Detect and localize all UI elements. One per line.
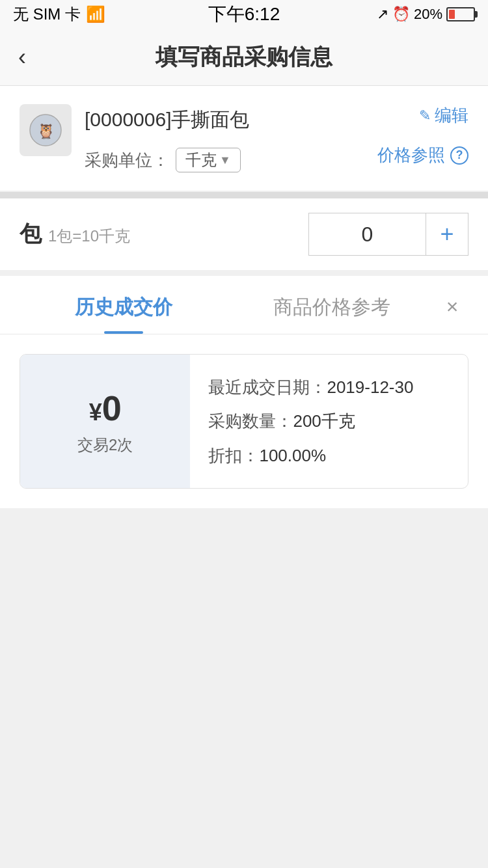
recent-date-value: 2019-12-30: [327, 377, 413, 397]
product-actions: ✎ 编辑 价格参照 ?: [377, 104, 468, 167]
section-divider: [0, 192, 488, 198]
edit-button[interactable]: ✎ 编辑: [419, 104, 468, 127]
quantity-row: 包 1包=10千克 +: [0, 198, 488, 271]
price-card-left: ¥0 交易2次: [20, 355, 190, 488]
discount-value: 100.00%: [259, 446, 326, 465]
discount-row: 折扣：100.00%: [208, 444, 450, 467]
tab-price-reference[interactable]: 商品价格参考: [228, 276, 436, 334]
quantity-controls: +: [308, 213, 468, 256]
product-text-info: [0000006]手撕面包 采购单位： 千克 ▼: [85, 104, 249, 172]
product-name: [0000006]手撕面包: [85, 107, 249, 133]
tabs-header: 历史成交价 商品价格参考 ×: [0, 276, 488, 334]
purchase-qty-label: 采购数量：: [208, 411, 293, 431]
product-card: 🦉 [0000006]手撕面包 采购单位： 千克 ▼ ✎ 编辑: [0, 86, 488, 191]
trade-count: 交易2次: [77, 435, 133, 455]
unit-value: 千克: [185, 150, 217, 170]
edit-label: 编辑: [435, 104, 468, 127]
page-title: 填写商品采购信息: [156, 42, 332, 72]
nav-bar: ‹ 填写商品采购信息: [0, 29, 488, 86]
price-ref-label: 价格参照: [377, 144, 445, 167]
tabs-panel: 历史成交价 商品价格参考 × ¥0 交易2次 最近成交日期：2019-12-30: [0, 276, 488, 508]
status-bar: 无 SIM 卡 📶 下午6:12 ↗ ⏰ 20%: [0, 0, 488, 29]
product-logo-icon: 🦉: [29, 113, 62, 147]
product-unit-row: 采购单位： 千克 ▼: [85, 148, 249, 172]
quantity-label: 包 1包=10千克: [20, 219, 130, 249]
info-circle-icon: ?: [450, 146, 468, 165]
location-icon: ↗: [377, 6, 388, 23]
dropdown-arrow-icon: ▼: [219, 154, 231, 167]
alarm-icon: ⏰: [392, 6, 410, 23]
quantity-plus-button[interactable]: +: [426, 213, 468, 256]
recent-date-label: 最近成交日期：: [208, 377, 327, 397]
quantity-unit: 包: [20, 219, 42, 249]
status-right: ↗ ⏰ 20%: [377, 6, 475, 23]
back-button[interactable]: ‹: [18, 44, 26, 71]
quantity-conversion: 1包=10千克: [48, 226, 130, 247]
status-left: 无 SIM 卡 📶: [13, 4, 105, 25]
unit-dropdown[interactable]: 千克 ▼: [176, 148, 241, 172]
currency-symbol: ¥: [89, 399, 102, 426]
purchase-qty-value: 200千克: [293, 411, 355, 431]
carrier-text: 无 SIM 卡: [13, 4, 81, 25]
recent-date-row: 最近成交日期：2019-12-30: [208, 375, 450, 399]
price-reference-button[interactable]: 价格参照 ?: [377, 144, 468, 167]
edit-icon: ✎: [419, 107, 431, 124]
battery-icon: [446, 7, 475, 21]
tabs-close-button[interactable]: ×: [436, 291, 468, 323]
battery-percent: 20%: [414, 6, 442, 23]
unit-label: 采购单位：: [85, 149, 169, 172]
purchase-qty-row: 采购数量：200千克: [208, 409, 450, 433]
svg-text:🦉: 🦉: [37, 122, 55, 140]
tab-content-history: ¥0 交易2次 最近成交日期：2019-12-30 采购数量：200千克 折扣：…: [0, 334, 488, 508]
quantity-input-wrapper: [308, 213, 426, 256]
status-time: 下午6:12: [208, 2, 280, 27]
price-card-right: 最近成交日期：2019-12-30 采购数量：200千克 折扣：100.00%: [190, 355, 468, 488]
product-info: 🦉 [0000006]手撕面包 采购单位： 千克 ▼: [20, 104, 249, 172]
quantity-input[interactable]: [309, 213, 426, 255]
price-value: 0: [102, 388, 122, 427]
main-content: 历史成交价 商品价格参考 × ¥0 交易2次 最近成交日期：2019-12-30: [0, 276, 488, 731]
discount-label: 折扣：: [208, 446, 259, 465]
product-thumbnail: 🦉: [20, 104, 72, 156]
price-card: ¥0 交易2次 最近成交日期：2019-12-30 采购数量：200千克 折扣：…: [20, 354, 468, 489]
wifi-icon: 📶: [86, 5, 105, 23]
tab-history-price[interactable]: 历史成交价: [20, 276, 228, 334]
product-top-row: 🦉 [0000006]手撕面包 采购单位： 千克 ▼ ✎ 编辑: [20, 104, 468, 172]
price-amount: ¥0: [89, 388, 122, 428]
